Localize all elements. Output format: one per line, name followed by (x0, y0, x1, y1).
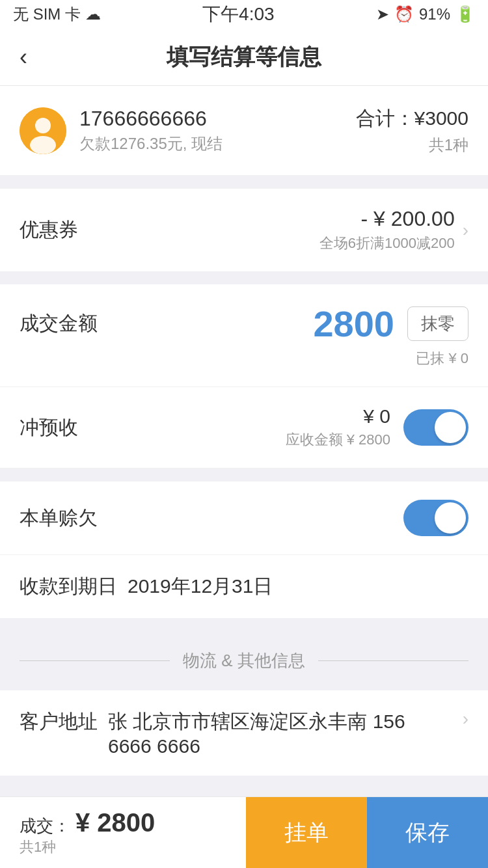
deal-label: 成交金额 (20, 310, 98, 337)
logistics-text: 物流 & 其他信息 (183, 649, 305, 672)
prepay-right: ¥ 0 应收金额 ¥ 2800 (286, 405, 468, 450)
alarm-icon: ⏰ (394, 5, 414, 23)
no-sim-text: 无 SIM 卡 ☁ (13, 4, 101, 25)
user-info-section: 17666666666 欠款1276.35元, 现结 合计：¥3000 共1种 (0, 86, 488, 175)
status-bar-right: ➤ ⏰ 91% 🔋 (376, 5, 475, 23)
coupon-row[interactable]: 优惠券 - ¥ 200.00 全场6折满1000减200 › (0, 188, 488, 271)
deal-row: 成交金额 2800 抹零 (20, 303, 468, 345)
logistics-divider: 物流 & 其他信息 (0, 631, 488, 690)
divider-1 (0, 271, 488, 284)
user-details: 17666666666 欠款1276.35元, 现结 (79, 107, 223, 154)
deal-amount-value: 2800 (313, 303, 394, 345)
user-info-left: 17666666666 欠款1276.35元, 现结 (20, 107, 223, 154)
nav-bar: ‹ 填写结算等信息 (0, 29, 488, 86)
save-button[interactable]: 保存 (367, 797, 488, 869)
bottom-summary: 成交： ¥ 2800 共1种 (0, 808, 246, 857)
prepay-section: 冲预收 ¥ 0 应收金额 ¥ 2800 (0, 387, 488, 468)
prepay-toggle[interactable] (403, 409, 468, 446)
bottom-deal-row: 成交： ¥ 2800 (20, 808, 226, 837)
svg-point-2 (30, 136, 56, 154)
divider-2 (0, 468, 488, 481)
coupon-amount: - ¥ 200.00 (319, 207, 455, 231)
status-bar: 无 SIM 卡 ☁ 下午4:03 ➤ ⏰ 91% 🔋 (0, 0, 488, 29)
coupon-label: 优惠券 (20, 217, 78, 243)
user-debt: 欠款1276.35元, 现结 (79, 133, 223, 154)
bottom-deal-amount: ¥ 2800 (75, 808, 155, 837)
deal-section: 成交金额 2800 抹零 已抹 ¥ 0 (0, 284, 488, 387)
prepay-value-col: ¥ 0 应收金额 ¥ 2800 (286, 405, 390, 450)
location-icon: ➤ (376, 5, 389, 23)
bottom-deal-label: 成交： (20, 815, 70, 837)
address-label: 客户地址 (20, 709, 98, 735)
total-count: 共1种 (356, 135, 468, 156)
debt-label: 本单赊欠 (20, 505, 98, 532)
prepay-row: 冲预收 ¥ 0 应收金额 ¥ 2800 (20, 405, 468, 450)
address-chevron-icon: › (463, 709, 468, 729)
svg-point-1 (35, 118, 51, 133)
pending-button[interactable]: 挂单 (246, 797, 367, 869)
debt-section: 本单赊欠 (0, 481, 488, 555)
avatar (20, 107, 66, 154)
battery-text: 91% (419, 5, 450, 23)
address-value: 张 北京市市辖区海淀区永丰南 156 6666 6666 (108, 709, 452, 757)
total-amount: 合计：¥3000 (356, 105, 468, 132)
deal-sub: 已抹 ¥ 0 (20, 349, 468, 368)
battery-icon: 🔋 (455, 5, 475, 23)
coupon-right: - ¥ 200.00 全场6折满1000减200 › (319, 207, 468, 253)
logistics-line-left (20, 660, 170, 661)
total-label: 合计： (356, 107, 414, 129)
round-zero-button[interactable]: 抹零 (407, 306, 468, 341)
content: 17666666666 欠款1276.35元, 现结 合计：¥3000 共1种 … (0, 86, 488, 868)
total-value: ¥3000 (414, 107, 468, 129)
coupon-value-col: - ¥ 200.00 全场6折满1000减200 (319, 207, 455, 253)
status-bar-time: 下午4:03 (202, 2, 275, 27)
chevron-right-icon: › (463, 220, 468, 241)
address-section[interactable]: 客户地址 张 北京市市辖区海淀区永丰南 156 6666 6666 › (0, 690, 488, 776)
due-date-section: 收款到期日 2019年12月31日 (0, 555, 488, 618)
prepay-label: 冲预收 (20, 414, 78, 441)
due-date-value: 2019年12月31日 (128, 573, 273, 600)
logistics-line-right (318, 660, 468, 661)
bottom-bar: 成交： ¥ 2800 共1种 挂单 保存 (0, 796, 488, 868)
back-button[interactable]: ‹ (20, 44, 27, 71)
deal-right: 2800 抹零 (313, 303, 468, 345)
coupon-desc: 全场6折满1000减200 (319, 234, 455, 253)
page-title: 填写结算等信息 (167, 42, 321, 72)
user-total: 合计：¥3000 共1种 (356, 105, 468, 156)
user-phone: 17666666666 (79, 107, 223, 131)
debt-toggle[interactable] (403, 500, 468, 536)
due-date-label: 收款到期日 (20, 573, 117, 600)
divider-3 (0, 618, 488, 631)
prepay-sub: 应收金额 ¥ 2800 (286, 430, 390, 450)
bottom-count: 共1种 (20, 837, 226, 857)
prepay-value: ¥ 0 (286, 405, 390, 427)
status-bar-left: 无 SIM 卡 ☁ (13, 4, 101, 25)
